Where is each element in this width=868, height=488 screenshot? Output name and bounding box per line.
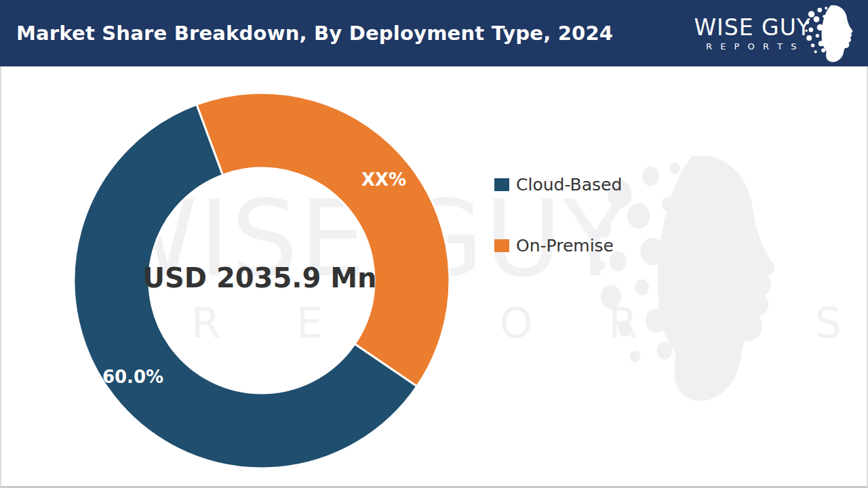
header-bar: Market Share Breakdown, By Deployment Ty… (0, 0, 868, 66)
slice-on-premise[interactable] (197, 93, 450, 386)
page-title: Market Share Breakdown, By Deployment Ty… (16, 0, 613, 66)
legend-swatch-cloud-based (494, 178, 509, 191)
infographic-page: Market Share Breakdown, By Deployment Ty… (0, 0, 868, 488)
legend-swatch-on-premise (494, 239, 509, 252)
logo-face-icon (803, 4, 859, 64)
legend-label-on-premise: On-Premise (516, 236, 614, 256)
legend-label-cloud-based: Cloud-Based (516, 175, 622, 195)
slice-label-cloud-based: 60.0% (102, 367, 163, 387)
donut-chart (0, 0, 868, 488)
legend-item-cloud-based[interactable]: Cloud-Based (494, 175, 622, 195)
donut-center-value: USD 2035.9 Mn (143, 262, 377, 293)
logo-wordmark-line2: R E P O R T S (706, 41, 799, 52)
logo-wordmark: WISE GUY R E P O R T S (694, 16, 811, 52)
slice-label-on-premise: XX% (361, 169, 406, 190)
legend-item-on-premise[interactable]: On-Premise (494, 236, 614, 256)
logo-wordmark-line1: WISE GUY (694, 16, 811, 40)
wise-guy-reports-logo: WISE GUY R E P O R T S (694, 3, 859, 65)
